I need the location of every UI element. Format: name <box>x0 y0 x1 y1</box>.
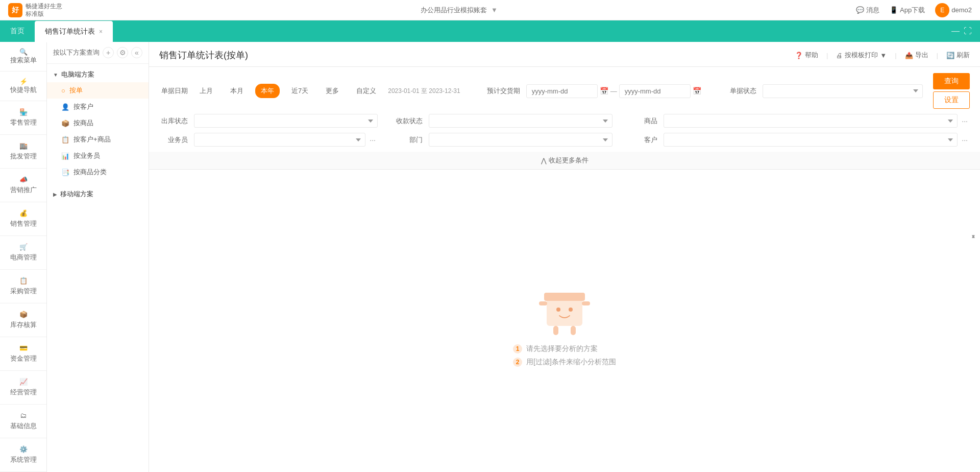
date-btn-this-month[interactable]: 本月 <box>225 84 249 98</box>
nav-icon: ⚡ <box>4 78 42 85</box>
cal-icon-1[interactable]: 📅 <box>600 87 608 95</box>
scheme-item-by-cust-prod[interactable]: 📋 按客户+商品 <box>47 131 149 148</box>
industry-selector[interactable]: 办公用品行业模拟账套 ▼ <box>421 6 498 15</box>
app-download-btn[interactable]: 📱 App下载 <box>890 6 925 15</box>
cal-icon-2[interactable]: 📅 <box>693 87 701 95</box>
scheme-item-by-salesperson[interactable]: 📊 按业务员 <box>47 148 149 164</box>
message-icon: 💬 <box>856 6 864 14</box>
customer-select[interactable] <box>664 133 958 147</box>
marketing-icon: 📣 <box>19 176 28 183</box>
basic-icon: 🗂 <box>20 412 27 419</box>
collapse-row[interactable]: ⋀ 收起更多条件 <box>149 152 980 170</box>
salesperson-select[interactable] <box>194 133 365 147</box>
logo-icon: 好 <box>8 3 22 17</box>
sidebar-item-system[interactable]: ⚙️ 系统管理 <box>0 438 46 472</box>
date-btn-more[interactable]: 更多 <box>320 84 345 98</box>
scheme-pc-header[interactable]: ▼ 电脑端方案 <box>47 67 149 82</box>
by-order-icon: ○ <box>61 87 65 95</box>
empty-illustration <box>534 275 595 336</box>
scheme-add-btn[interactable]: + <box>103 47 114 58</box>
scheme-settings-btn[interactable]: ⚙ <box>117 47 128 58</box>
date-btn-7days[interactable]: 近7天 <box>286 84 314 98</box>
scheme-section-pc: ▼ 电脑端方案 ○ 按单 👤 按客户 📦 按商品 📋 按客户+商品 <box>47 64 149 183</box>
empty-hints: 1 请先选择要分析的方案 2 用[过滤]条件来缩小分析范围 <box>513 344 616 367</box>
scheme-mobile-header[interactable]: ▶ 移动端方案 <box>47 186 149 202</box>
help-btn[interactable]: ❓ 帮助 <box>795 51 818 60</box>
svg-point-3 <box>569 308 573 312</box>
by-cust-prod-icon: 📋 <box>61 136 69 144</box>
date-btn-last-month[interactable]: 上月 <box>194 84 218 98</box>
inventory-icon: 📦 <box>19 311 28 318</box>
tab-maximize-btn[interactable]: ⛶ <box>964 27 972 36</box>
svg-rect-4 <box>553 326 558 335</box>
svg-rect-0 <box>547 298 582 326</box>
tab-close-btn[interactable]: × <box>99 28 103 35</box>
tab-bar-controls: — ⛶ <box>951 27 980 36</box>
content-area: 按以下方案查询 + ⚙ « ▼ 电脑端方案 <box>47 42 980 472</box>
sidebar-item-retail[interactable]: 🏪 零售管理 ▼ <box>0 101 46 135</box>
sidebar-item-marketing[interactable]: 📣 营销推广 <box>0 169 46 202</box>
department-select[interactable] <box>429 133 612 147</box>
mobile-section-arrow: ▶ <box>53 192 57 197</box>
expected-date-range: 📅 — 📅 <box>526 84 701 98</box>
print-icon: 🖨 <box>836 52 843 59</box>
date-sep: — <box>610 87 617 95</box>
date-btn-custom[interactable]: 自定义 <box>351 84 382 98</box>
sidebar-item-operations[interactable]: 📈 经营管理 <box>0 371 46 405</box>
message-btn[interactable]: 💬 消息 <box>856 6 879 15</box>
goods-select[interactable] <box>664 114 958 128</box>
sidebar-item-inventory[interactable]: 📦 库存核算 <box>0 303 46 337</box>
scheme-item-by-product-cat[interactable]: 📑 按商品分类 <box>47 164 149 180</box>
empty-state: 1 请先选择要分析的方案 2 用[过滤]条件来缩小分析范围 <box>149 170 980 472</box>
payment-select-wrap <box>429 114 612 128</box>
collapse-btn[interactable]: ⋀ 收起更多条件 <box>541 156 589 165</box>
sidebar-search[interactable]: 🔍 搜索菜单 <box>0 42 46 72</box>
expected-date-end-input[interactable] <box>619 84 691 98</box>
refresh-btn[interactable]: 🔄 刷新 <box>946 51 970 60</box>
outbound-select[interactable] <box>194 114 378 128</box>
user-avatar-btn[interactable]: E demo2 <box>935 3 972 17</box>
outbound-label: 出库状态 <box>159 116 188 126</box>
collapse-icon: ⋀ <box>541 157 547 164</box>
scheme-collapse-btn[interactable]: « <box>131 47 142 58</box>
goods-more-btn[interactable]: ··· <box>960 117 970 125</box>
date-range-hint: 2023-01-01 至 2023-12-31 <box>388 87 460 96</box>
tab-active[interactable]: 销售订单统计表 × <box>35 21 113 42</box>
tab-home[interactable]: 首页 <box>0 20 35 42</box>
scheme-item-by-product[interactable]: 📦 按商品 <box>47 115 149 131</box>
sidebar-item-finance[interactable]: 💳 资金管理 <box>0 337 46 371</box>
logo-text: 畅捷通好生意 标准版 <box>26 3 62 17</box>
scheme-item-by-customer[interactable]: 👤 按客户 <box>47 99 149 115</box>
date-btn-this-year[interactable]: 本年 <box>255 84 280 98</box>
query-btn[interactable]: 查询 <box>933 73 970 89</box>
industry-dropdown-arrow: ▼ <box>491 6 498 14</box>
sidebar-item-basic[interactable]: 🗂 基础信息 <box>0 405 46 438</box>
sidebar-item-purchase[interactable]: 📋 采购管理 <box>0 270 46 303</box>
department-label: 部门 <box>394 135 423 145</box>
export-btn[interactable]: 📤 导出 <box>905 51 928 60</box>
sidebar: 🔍 搜索菜单 ⚡ 快捷导航 🏪 零售管理 ▼ 🏬 批发管理 ▲ 📣 营销推广 💰… <box>0 42 47 472</box>
sidebar-item-sales[interactable]: 💰 销售管理 <box>0 202 46 236</box>
avatar: E <box>935 3 949 17</box>
customer-more-btn[interactable]: ··· <box>960 136 970 144</box>
help-icon: ❓ <box>795 52 803 59</box>
sidebar-item-ecommerce[interactable]: 🛒 电商管理 <box>0 236 46 270</box>
scheme-item-by-order[interactable]: ○ 按单 <box>47 82 149 99</box>
print-dropdown-arrow: ▼ <box>880 52 887 59</box>
filter-row-3: 业务员 ··· 部门 客户 ··· <box>159 133 970 147</box>
sidebar-item-wholesale[interactable]: 🏬 批发管理 ▲ <box>0 135 46 169</box>
operations-icon: 📈 <box>19 378 28 386</box>
sidebar-quick-nav[interactable]: ⚡ 快捷导航 <box>0 72 46 101</box>
salesperson-more-btn[interactable]: ··· <box>368 136 378 144</box>
tab-minimize-btn[interactable]: — <box>951 27 960 36</box>
app-icon: 📱 <box>890 6 898 14</box>
payment-select[interactable] <box>429 114 612 128</box>
template-print-btn[interactable]: 🖨 按模板打印 ▼ <box>836 51 887 60</box>
page-header: 销售订单统计表(按单) ❓ 帮助 | 🖨 按模板打印 ▼ | 📤 <box>149 42 980 67</box>
settings-btn[interactable]: 设置 <box>933 91 970 109</box>
hint-num-2: 2 <box>513 358 522 367</box>
status-label: 单据状态 <box>728 86 756 96</box>
empty-hint-1: 1 请先选择要分析的方案 <box>513 344 616 353</box>
status-select[interactable] <box>763 84 923 98</box>
expected-date-start-input[interactable] <box>526 84 598 98</box>
